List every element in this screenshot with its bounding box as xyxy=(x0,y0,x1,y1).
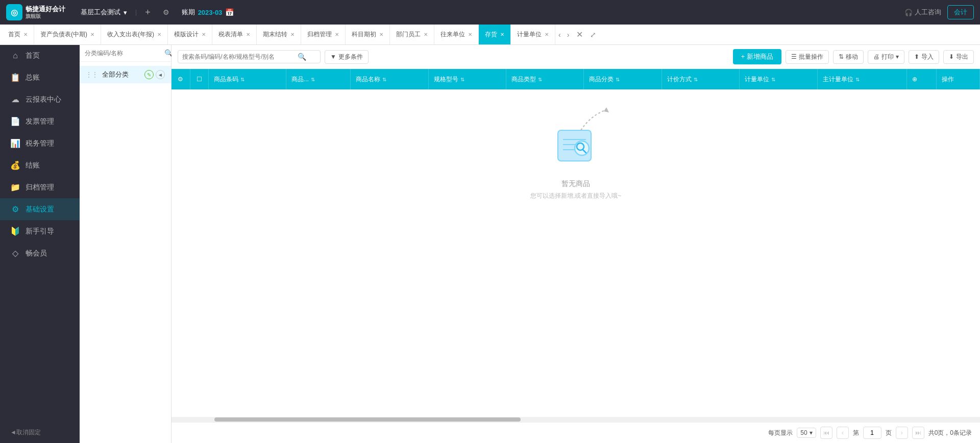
prev-page-button[interactable]: ‹ xyxy=(837,427,849,439)
sidebar-item-reports[interactable]: ☁ 云报表中心 xyxy=(0,88,80,110)
pagination: 每页显示 50 ▾ ⏮ ‹ 第 页 › ⏭ 共0页，0条记录 xyxy=(172,422,980,443)
logo-icon: ◎ xyxy=(6,4,22,20)
h-scroll-thumb[interactable] xyxy=(214,417,521,422)
header-add-button[interactable]: + xyxy=(141,5,155,20)
sidebar-item-ledger[interactable]: 📋 总账 xyxy=(0,66,80,88)
sidebar-item-settle[interactable]: 💰 结账 xyxy=(0,154,80,176)
add-product-button[interactable]: + 新增商品 xyxy=(733,49,781,64)
tab-close-all-button[interactable]: ✕ xyxy=(572,25,587,45)
tab-period[interactable]: 期末结转 ✕ xyxy=(257,25,301,45)
tab-close-customer[interactable]: ✕ xyxy=(468,32,472,37)
tab-template[interactable]: 模版设计 ✕ xyxy=(168,25,212,45)
member-icon: ◇ xyxy=(10,248,20,258)
category-list: ⋮⋮ 全部分类 ✎ ◄ xyxy=(80,62,171,443)
company-selector[interactable]: 基层工会测试 ▾ xyxy=(77,6,131,19)
product-table-container[interactable]: ⚙ ☐ 商品条码⇅ 商品...⇅ 商品名称⇅ 规格型号⇅ 商品类型⇅ 商品分类⇅… xyxy=(172,69,980,417)
tab-inventory[interactable]: 存货 ✕ xyxy=(479,25,511,45)
category-search-input[interactable] xyxy=(85,50,161,57)
category-all-label: 全部分类 xyxy=(102,70,129,79)
main-panel: 🔍 ▼ 更多条件 + 新增商品 ☰ 批量操作 ⇅ 移动 xyxy=(172,45,980,443)
main-layout: ⌂ 首页 📋 总账 ☁ 云报表中心 📄 发票管理 📊 税务管理 💰 结账 📁 归… xyxy=(0,45,980,443)
tab-close-tax[interactable]: ✕ xyxy=(246,32,250,37)
move-button[interactable]: ⇅ 移动 xyxy=(833,50,864,64)
tab-close-balance[interactable]: ✕ xyxy=(90,32,94,37)
tab-unit[interactable]: 计量单位 ✕ xyxy=(511,25,555,45)
col-checkbox[interactable]: ☐ xyxy=(190,69,208,89)
sidebar-label-invoice: 发票管理 xyxy=(26,117,54,126)
col-add[interactable]: ⊕ xyxy=(906,69,936,89)
col-type[interactable]: 商品类型⇅ xyxy=(506,69,584,89)
tab-close-home[interactable]: ✕ xyxy=(23,32,28,37)
import-button[interactable]: ⬆ 导入 xyxy=(909,50,939,64)
batch-action-button[interactable]: ☰ 批量操作 xyxy=(786,50,829,64)
category-edit-button[interactable]: ✎ xyxy=(144,70,154,79)
sidebar-item-home[interactable]: ⌂ 首页 xyxy=(0,45,80,66)
tab-expand-button[interactable]: ⤢ xyxy=(587,25,599,45)
tab-prev-button[interactable]: ‹ xyxy=(555,25,564,45)
category-collapse-button[interactable]: ◄ xyxy=(156,70,165,79)
last-page-button[interactable]: ⏭ xyxy=(912,427,924,439)
horizontal-scrollbar[interactable] xyxy=(172,417,980,422)
sidebar-label-archive: 归档管理 xyxy=(26,183,54,192)
col-spec[interactable]: 规格型号⇅ xyxy=(428,69,506,89)
sidebar: ⌂ 首页 📋 总账 ☁ 云报表中心 📄 发票管理 📊 税务管理 💰 结账 📁 归… xyxy=(0,45,80,443)
tab-tax[interactable]: 税表清单 ✕ xyxy=(212,25,257,45)
print-button[interactable]: 🖨 打印 ▾ xyxy=(868,50,904,64)
tab-close-archive[interactable]: ✕ xyxy=(335,32,339,37)
tab-dept[interactable]: 部门员工 ✕ xyxy=(390,25,434,45)
tab-home[interactable]: 首页 ✕ xyxy=(2,25,34,45)
tab-close-template[interactable]: ✕ xyxy=(202,32,206,37)
category-all-item[interactable]: ⋮⋮ 全部分类 ✎ ◄ xyxy=(80,66,171,83)
tab-income[interactable]: 收入支出表(年报) ✕ xyxy=(101,25,168,45)
account-button[interactable]: 会计 xyxy=(947,5,974,19)
calendar-icon[interactable]: 📅 xyxy=(225,8,234,16)
product-search-input[interactable] xyxy=(182,53,295,60)
product-search-icon[interactable]: 🔍 xyxy=(298,53,306,61)
col-category[interactable]: 商品分类⇅ xyxy=(584,69,662,89)
per-page-select[interactable]: 50 ▾ xyxy=(797,428,816,438)
tab-customer[interactable]: 往来单位 ✕ xyxy=(434,25,479,45)
tab-close-dept[interactable]: ✕ xyxy=(424,32,428,37)
tab-subject[interactable]: 科目期初 ✕ xyxy=(346,25,390,45)
print-icon: 🖨 xyxy=(873,53,879,60)
col-name[interactable]: 商品名称⇅ xyxy=(351,69,428,89)
sidebar-item-member[interactable]: ◇ 畅会员 xyxy=(0,242,80,264)
col-code[interactable]: 商品...⇅ xyxy=(286,69,350,89)
col-price-method[interactable]: 计价方式⇅ xyxy=(662,69,739,89)
sidebar-item-tax[interactable]: 📊 税务管理 xyxy=(0,132,80,154)
tab-archive[interactable]: 归档管理 ✕ xyxy=(301,25,346,45)
export-button[interactable]: ⬇ 导出 xyxy=(943,50,974,64)
tab-next-button[interactable]: › xyxy=(564,25,573,45)
col-unit[interactable]: 计量单位⇅ xyxy=(740,69,817,89)
col-action: 操作 xyxy=(937,69,980,89)
col-main-unit[interactable]: 主计量单位⇅ xyxy=(817,69,906,89)
toolbar: 🔍 ▼ 更多条件 + 新增商品 ☰ 批量操作 ⇅ 移动 xyxy=(172,45,980,69)
filter-button[interactable]: ▼ 更多条件 xyxy=(325,50,369,64)
sidebar-item-invoice[interactable]: 📄 发票管理 xyxy=(0,110,80,132)
sidebar-label-reports: 云报表中心 xyxy=(26,95,61,104)
sidebar-item-settings[interactable]: ⚙ 基础设置 xyxy=(0,198,80,220)
next-page-button[interactable]: › xyxy=(896,427,908,439)
consult-button[interactable]: 🎧 人工咨询 xyxy=(904,8,941,17)
home-icon: ⌂ xyxy=(10,51,20,60)
tab-close-period[interactable]: ✕ xyxy=(290,32,295,37)
sidebar-item-guide[interactable]: 🔰 新手引导 xyxy=(0,220,80,242)
filter-icon: ▼ xyxy=(330,53,336,60)
tab-close-subject[interactable]: ✕ xyxy=(379,32,383,37)
unpin-label: ◄取消固定 xyxy=(10,428,41,437)
page-input[interactable] xyxy=(863,427,881,439)
sidebar-label-settle: 结账 xyxy=(26,161,40,170)
sidebar-item-archive[interactable]: 📁 归档管理 xyxy=(0,176,80,198)
tab-close-unit[interactable]: ✕ xyxy=(545,32,549,37)
col-barcode[interactable]: 商品条码⇅ xyxy=(208,69,286,89)
header-settings-button[interactable]: ⚙ xyxy=(159,6,174,18)
tab-balance[interactable]: 资产负债表(中期) ✕ xyxy=(34,25,101,45)
sidebar-unpin[interactable]: ◄取消固定 xyxy=(0,422,80,443)
category-panel: 🔍 ⋮⋮ 全部分类 ✎ ◄ xyxy=(80,45,172,443)
first-page-button[interactable]: ⏮ xyxy=(820,427,832,439)
tab-close-inventory[interactable]: ✕ xyxy=(500,32,504,37)
col-settings[interactable]: ⚙ xyxy=(172,69,190,89)
settle-icon: 💰 xyxy=(10,160,20,170)
tab-close-income[interactable]: ✕ xyxy=(157,32,161,37)
per-page-arrow: ▾ xyxy=(810,429,813,436)
